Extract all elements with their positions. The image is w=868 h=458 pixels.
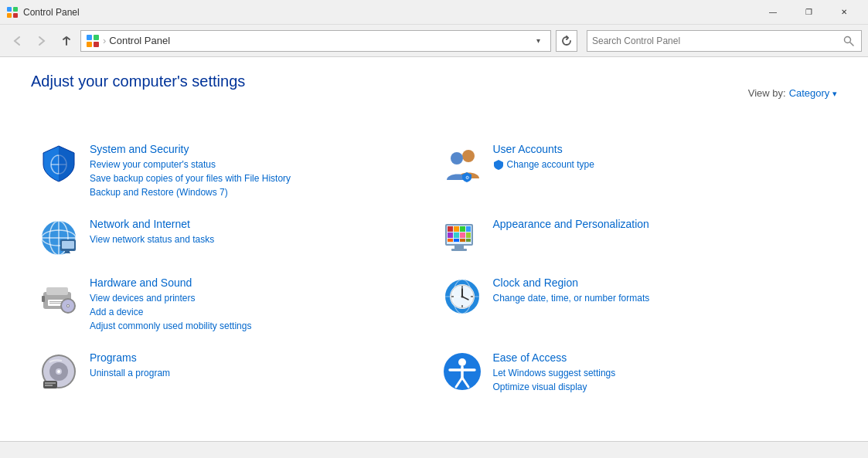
svg-rect-37 — [460, 239, 465, 242]
svg-rect-39 — [454, 246, 464, 249]
section-clock-region: Clock and Region Change date, time, or n… — [434, 267, 838, 342]
svg-rect-45 — [49, 303, 61, 304]
section-user-accounts-content: User Accounts Change account type — [493, 143, 830, 171]
network-internet-icon — [39, 218, 79, 258]
section-user-accounts: ⚙ User Accounts Change account type — [434, 134, 838, 209]
section-system-security-content: System and Security Review your computer… — [90, 143, 427, 199]
system-security-link-1[interactable]: Review your computer's status — [90, 158, 427, 171]
network-internet-link-1[interactable]: View network status and tasks — [90, 232, 427, 246]
search-box[interactable] — [587, 30, 862, 52]
svg-rect-69 — [45, 382, 56, 384]
svg-point-67 — [57, 370, 60, 373]
svg-rect-7 — [94, 42, 99, 47]
section-appearance-personalization-content: Appearance and Personalization — [493, 218, 830, 232]
clock-region-title[interactable]: Clock and Region — [493, 276, 830, 289]
toolbar: › Control Panel ▾ — [0, 25, 868, 57]
programs-link-1[interactable]: Uninstall a program — [90, 366, 427, 380]
section-programs: Programs Uninstall a program — [31, 342, 434, 403]
close-button[interactable]: ✕ — [826, 0, 862, 25]
address-dropdown-button[interactable]: ▾ — [530, 31, 546, 51]
statusbar — [0, 441, 868, 458]
search-icon[interactable] — [841, 33, 856, 49]
section-hardware-sound: Hardware and Sound View devices and prin… — [31, 267, 434, 342]
svg-rect-32 — [454, 232, 459, 238]
section-appearance-personalization: Appearance and Personalization — [434, 209, 838, 267]
refresh-button[interactable] — [556, 30, 577, 52]
svg-point-8 — [845, 36, 851, 42]
svg-rect-27 — [448, 226, 453, 232]
back-button[interactable] — [6, 30, 28, 52]
ease-of-access-link-1[interactable]: Let Windows suggest settings — [493, 366, 830, 380]
search-input[interactable] — [592, 36, 841, 46]
ease-of-access-link-2[interactable]: Optimize visual display — [493, 380, 830, 394]
svg-rect-4 — [87, 35, 92, 40]
clock-region-icon — [442, 276, 482, 317]
svg-point-14 — [451, 152, 463, 165]
hardware-sound-link-1[interactable]: View devices and printers — [90, 291, 427, 305]
titlebar-title: Control Panel — [23, 7, 755, 18]
svg-rect-6 — [87, 42, 92, 47]
main-content: Adjust your computer's settings View by:… — [0, 57, 868, 441]
svg-rect-3 — [13, 13, 18, 18]
section-network-internet-content: Network and Internet View network status… — [90, 218, 427, 246]
programs-title[interactable]: Programs — [90, 351, 427, 364]
svg-rect-1 — [13, 7, 18, 12]
svg-rect-50 — [42, 296, 45, 302]
view-by-dropdown[interactable]: Category ▾ — [789, 87, 837, 99]
svg-point-72 — [458, 358, 466, 366]
svg-point-49 — [67, 305, 69, 307]
svg-rect-28 — [454, 226, 459, 232]
svg-rect-42 — [46, 287, 68, 295]
page-title: Adjust your computer's settings — [31, 73, 245, 90]
svg-rect-30 — [466, 226, 471, 232]
svg-rect-34 — [466, 232, 471, 238]
shield-small-icon — [493, 159, 504, 170]
system-security-link-2[interactable]: Save backup copies of your files with Fi… — [90, 171, 427, 185]
network-internet-title[interactable]: Network and Internet — [90, 218, 427, 230]
svg-text:⚙: ⚙ — [465, 175, 468, 180]
section-system-security: System and Security Review your computer… — [31, 134, 434, 209]
svg-rect-35 — [448, 239, 453, 242]
svg-rect-24 — [64, 253, 70, 253]
svg-rect-22 — [62, 241, 74, 249]
hardware-sound-title[interactable]: Hardware and Sound — [90, 276, 427, 289]
section-ease-of-access: Ease of Access Let Windows suggest setti… — [434, 342, 838, 403]
section-clock-region-content: Clock and Region Change date, time, or n… — [493, 276, 830, 305]
hardware-sound-icon — [39, 276, 79, 317]
restore-button[interactable]: ❐ — [791, 0, 826, 25]
system-security-icon — [39, 143, 79, 183]
svg-rect-38 — [466, 239, 471, 242]
system-security-title[interactable]: System and Security — [90, 143, 427, 155]
svg-point-62 — [461, 296, 463, 298]
svg-rect-70 — [45, 385, 53, 386]
svg-rect-23 — [65, 251, 70, 253]
hardware-sound-link-2[interactable]: Add a device — [90, 305, 427, 319]
hardware-sound-link-3[interactable]: Adjust commonly used mobility settings — [90, 319, 427, 333]
titlebar-controls: — ❐ ✕ — [755, 0, 862, 25]
user-accounts-title[interactable]: User Accounts — [493, 143, 830, 155]
svg-rect-36 — [454, 239, 459, 242]
view-by-label: View by: — [748, 87, 786, 99]
minimize-button[interactable]: — — [755, 0, 791, 25]
address-text: Control Panel — [109, 35, 527, 46]
system-security-link-3[interactable]: Backup and Restore (Windows 7) — [90, 185, 427, 199]
address-bar[interactable]: › Control Panel ▾ — [80, 30, 551, 52]
section-ease-of-access-content: Ease of Access Let Windows suggest setti… — [493, 351, 830, 394]
ease-of-access-title[interactable]: Ease of Access — [493, 351, 830, 364]
svg-rect-2 — [7, 13, 12, 18]
section-programs-content: Programs Uninstall a program — [90, 351, 427, 380]
forward-button[interactable] — [31, 30, 53, 52]
address-separator: › — [103, 35, 106, 46]
appearance-personalization-icon — [442, 218, 482, 258]
user-accounts-link-1[interactable]: Change account type — [507, 158, 594, 171]
user-accounts-icon: ⚙ — [442, 143, 482, 183]
appearance-personalization-title[interactable]: Appearance and Personalization — [493, 218, 830, 230]
content-grid: System and Security Review your computer… — [31, 134, 837, 403]
svg-rect-33 — [460, 232, 465, 238]
svg-rect-31 — [448, 232, 453, 238]
svg-point-13 — [462, 150, 475, 162]
up-button[interactable] — [56, 30, 77, 52]
ease-of-access-icon — [442, 351, 482, 392]
clock-region-link-1[interactable]: Change date, time, or number formats — [493, 291, 830, 305]
svg-rect-40 — [451, 249, 467, 251]
